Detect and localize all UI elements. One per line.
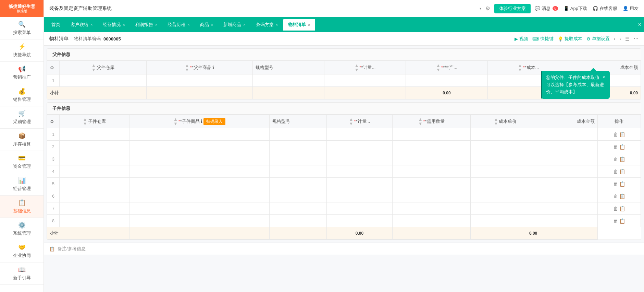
tooltip-close-button[interactable]: × [603,74,605,81]
child-col-settings[interactable]: ⚙ [47,115,60,128]
parent-goods-cell[interactable] [146,74,252,87]
child-unit-cost-cell[interactable] [470,165,540,178]
tab-customer-close[interactable]: × [90,23,92,27]
prev-record-button[interactable]: ‹ [614,36,616,42]
tab-customer[interactable]: 客户联络 × [66,19,97,31]
single-setting-button[interactable]: ⚙ 单据设置 [586,36,610,42]
child-goods-cell[interactable] [129,141,269,153]
child-qty-cell[interactable] [392,141,470,153]
child-unit-cost-cell[interactable] [470,141,540,153]
delete-row-icon[interactable]: 🗑 [613,156,618,162]
sidebar-item-marketing[interactable]: 📢 营销推广 [0,62,44,84]
child-spec-cell[interactable] [269,165,326,178]
sidebar-item-search[interactable]: 🔍 搜索菜单 [0,17,44,39]
delete-row-icon[interactable]: 🗑 [613,206,618,211]
online-service-button[interactable]: 🎧 在线客服 [593,5,617,12]
sidebar-item-collab[interactable]: 🤝 企业协同 [0,240,44,262]
tab-profit[interactable]: 利润报告 × [131,19,162,31]
copy-row-icon[interactable]: 📋 [619,194,625,199]
scan-input-button[interactable]: 扫码录入 [203,118,225,125]
child-goods-cell[interactable] [129,165,269,178]
child-unit-sort[interactable]: ▲▼ [349,117,354,126]
child-qty-sort[interactable]: ▲▼ [418,117,423,126]
shortcut-button[interactable]: ⌨ 快捷键 [532,36,554,42]
child-goods-sort[interactable]: ▲▼ [173,117,178,126]
child-spec-cell[interactable] [269,202,326,215]
tab-history-close[interactable]: × [187,23,189,27]
child-unit-cell[interactable] [327,153,392,165]
child-warehouse-cell[interactable] [60,165,129,178]
child-unit-cell[interactable] [327,215,392,227]
child-spec-cell[interactable] [269,190,326,202]
child-unit-cost-cell[interactable] [470,190,540,202]
child-warehouse-cell[interactable] [60,178,129,190]
unit-sort[interactable]: ▲▼ [355,63,359,72]
child-warehouse-cell[interactable] [60,141,129,153]
system-dropdown-arrow[interactable]: ▾ [480,7,481,10]
delete-row-icon[interactable]: 🗑 [613,181,618,187]
delete-row-icon[interactable]: 🗑 [613,218,618,224]
tab-goods[interactable]: 商品 × [195,19,218,31]
settings-gear-button[interactable]: ⚙ [485,5,490,12]
child-goods-cell[interactable] [129,178,269,190]
next-record-button[interactable]: › [619,36,621,42]
child-spec-cell[interactable] [269,215,326,227]
parent-spec-cell[interactable] [253,74,324,87]
copy-row-icon[interactable]: 📋 [619,132,625,137]
child-unit-cost-cell[interactable] [470,202,540,215]
copy-row-icon[interactable]: 📋 [619,169,625,174]
tab-new-goods-close[interactable]: × [243,23,245,27]
view-video-button[interactable]: ▶ 视频 [515,36,528,42]
child-unit-cell[interactable] [327,178,392,190]
child-qty-cell[interactable] [392,128,470,141]
child-warehouse-sort[interactable]: ▲▼ [83,117,87,126]
child-unit-cost-cell[interactable] [470,178,540,190]
child-qty-cell[interactable] [392,190,470,202]
tab-home[interactable]: 首页 [47,19,65,31]
trial-plan-button[interactable]: 体验行业方案 [494,4,531,13]
sidebar-item-sales[interactable]: 💰 销售管理 [0,84,44,106]
sidebar-item-purchase[interactable]: 🛒 采购管理 [0,106,44,129]
copy-row-icon[interactable]: 📋 [619,218,625,224]
child-warehouse-cell[interactable] [60,128,129,141]
tab-profit-close[interactable]: × [155,23,157,27]
app-download-button[interactable]: 📱 App下载 [564,5,587,12]
copy-row-icon[interactable]: 📋 [619,144,625,150]
user-menu[interactable]: 👤 用友 [623,5,639,12]
child-unit-cost-cell[interactable] [470,128,540,141]
sidebar-item-basic[interactable]: 📋 基础信息 [0,196,44,218]
child-spec-cell[interactable] [269,178,326,190]
delete-row-icon[interactable]: 🗑 [613,194,618,199]
child-goods-cell[interactable] [129,190,269,202]
cost-sort[interactable]: ▲▼ [518,63,522,72]
delete-row-icon[interactable]: 🗑 [613,169,618,174]
tab-bom-close[interactable]: × [308,23,310,27]
sidebar-item-ops[interactable]: 📊 经营管理 [0,173,44,196]
child-qty-cell[interactable] [392,215,470,227]
parent-warehouse-cell[interactable] [60,74,147,87]
child-unit-cell[interactable] [327,141,392,153]
tab-new-goods[interactable]: 新增商品 × [219,19,250,31]
sidebar-item-quick-nav[interactable]: ⚡ 快捷导航 [0,39,44,62]
sidebar-item-system[interactable]: ⚙️ 系统管理 [0,218,44,240]
extract-cost-button[interactable]: 💡 提取成本 [558,36,582,42]
child-unit-cost-cell[interactable] [470,153,540,165]
child-goods-cell[interactable] [129,153,269,165]
message-button[interactable]: 💬 消息 6 [535,5,558,12]
parent-production-cell[interactable] [406,74,487,87]
child-unit-cost-cell[interactable] [470,215,540,227]
production-sort[interactable]: ▲▼ [436,63,441,72]
child-unit-cell[interactable] [327,190,392,202]
tab-goods-close[interactable]: × [211,23,213,27]
child-unit-cell[interactable] [327,165,392,178]
tab-barcode[interactable]: 条码方案 × [251,19,283,31]
sidebar-item-inventory[interactable]: 📦 库存核算 [0,129,44,151]
copy-row-icon[interactable]: 📋 [619,181,625,187]
copy-row-icon[interactable]: 📋 [619,206,625,211]
close-all-tabs-button[interactable]: × [638,22,641,28]
child-unit-cell[interactable] [327,202,392,215]
child-warehouse-cell[interactable] [60,202,129,215]
tab-history[interactable]: 经营历程 × [163,19,194,31]
child-qty-cell[interactable] [392,165,470,178]
child-qty-cell[interactable] [392,153,470,165]
